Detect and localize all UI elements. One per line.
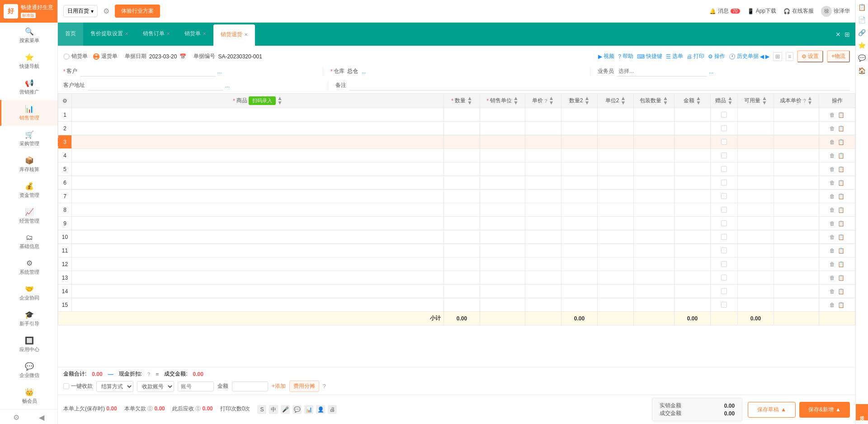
product-cell[interactable] (72, 203, 444, 217)
s-icon-5[interactable]: 📊 (304, 405, 313, 414)
unit2-cell[interactable] (598, 298, 634, 312)
gift-cell[interactable] (711, 271, 738, 285)
copy-row-icon[interactable]: 📋 (838, 248, 844, 254)
qty-cell[interactable] (444, 230, 480, 244)
close-sales-return-icon[interactable]: ✕ (244, 32, 248, 37)
delete-row-icon[interactable]: 🗑 (830, 207, 835, 213)
unit2-cell[interactable] (598, 285, 634, 298)
trial-btn[interactable]: 体验行业方案 (115, 5, 160, 18)
cost-cell[interactable] (774, 108, 819, 122)
sidebar-item-apps[interactable]: 🔲 应用中心 (0, 332, 57, 357)
delete-row-icon[interactable]: 🗑 (830, 193, 835, 200)
pack-qty-cell[interactable] (634, 244, 675, 257)
product-cell[interactable] (72, 122, 444, 135)
product-cell[interactable] (72, 176, 444, 190)
s-icon-4[interactable]: 💬 (292, 405, 302, 414)
price-cell[interactable] (525, 135, 561, 149)
feedback-btn[interactable]: 反馈 (856, 404, 868, 420)
qty-cell[interactable] (444, 298, 480, 312)
cost-cell[interactable] (774, 230, 819, 244)
delete-row-icon[interactable]: 🗑 (830, 302, 835, 308)
table-gear-icon[interactable]: ⚙ (62, 98, 67, 104)
copy-row-icon[interactable]: 📋 (838, 180, 844, 186)
pack-qty-cell[interactable] (634, 135, 675, 149)
amount-cell[interactable] (675, 190, 711, 203)
available-cell[interactable] (738, 244, 774, 257)
qty-cell[interactable] (444, 176, 480, 190)
unit-cell[interactable] (480, 244, 525, 257)
amount-cell[interactable] (675, 271, 711, 285)
pack-qty-cell[interactable] (634, 108, 675, 122)
address-picker-icon[interactable]: ... (225, 82, 230, 89)
cost-cell[interactable] (774, 176, 819, 190)
logistics-btn[interactable]: +物流 (827, 50, 850, 62)
unit-cell[interactable] (480, 176, 525, 190)
price-cell[interactable] (525, 271, 561, 285)
close-sales-delivery-icon[interactable]: ✕ (203, 31, 206, 36)
available-cell[interactable] (738, 285, 774, 298)
rs-icon-3[interactable]: 🔗 (858, 29, 866, 36)
user-menu[interactable]: 徐 徐泽华 (821, 6, 850, 17)
available-cell[interactable] (738, 217, 774, 230)
unit-cell[interactable] (480, 162, 525, 176)
gift-cell[interactable] (711, 230, 738, 244)
copy-row-icon[interactable]: 📋 (838, 207, 844, 213)
account-select[interactable]: 收款账号 (137, 381, 174, 392)
history-link[interactable]: 🕐 历史单据 ◀ ▶ (729, 52, 769, 60)
cost-cell[interactable] (774, 122, 819, 135)
amount-cell[interactable] (675, 176, 711, 190)
cost-cell[interactable] (774, 285, 819, 298)
qty-cell[interactable] (444, 149, 480, 162)
qty-cell[interactable] (444, 190, 480, 203)
available-cell[interactable] (738, 176, 774, 190)
price-cell[interactable] (525, 162, 561, 176)
copy-row-icon[interactable]: 📋 (838, 220, 844, 227)
print-link[interactable]: 🖨 打印 (687, 52, 704, 60)
view-grid-icon[interactable]: ⊞ (773, 52, 782, 61)
delete-row-icon[interactable]: 🗑 (830, 112, 835, 118)
s-icon-1[interactable]: S (257, 405, 266, 414)
copy-row-icon[interactable]: 📋 (838, 139, 844, 145)
qty2-cell[interactable] (561, 244, 598, 257)
gift-cell[interactable] (711, 122, 738, 135)
scan-btn[interactable]: 扫码录入 (249, 96, 276, 105)
close-window-icon[interactable]: ✕ (835, 31, 841, 38)
available-cell[interactable] (738, 271, 774, 285)
gift-cell[interactable] (711, 285, 738, 298)
cost-cell[interactable] (774, 135, 819, 149)
qty-cell[interactable] (444, 162, 480, 176)
product-cell[interactable] (72, 108, 444, 122)
sidebar-item-guide[interactable]: 🎓 新手引导 (0, 306, 57, 332)
amount-cell[interactable] (675, 122, 711, 135)
product-cell[interactable] (72, 271, 444, 285)
qty-cell[interactable] (444, 217, 480, 230)
customer-picker-icon[interactable]: ... (217, 68, 222, 75)
pack-qty-cell[interactable] (634, 149, 675, 162)
delete-row-icon[interactable]: 🗑 (830, 261, 835, 267)
unit-cell[interactable] (480, 230, 525, 244)
qty2-cell[interactable] (561, 122, 598, 135)
copy-row-icon[interactable]: 📋 (838, 112, 844, 118)
qty2-cell[interactable] (561, 257, 598, 271)
sidebar-item-operations[interactable]: 📈 经营管理 (0, 203, 57, 229)
amount-cell[interactable] (675, 135, 711, 149)
cost-cell[interactable] (774, 162, 819, 176)
unit2-cell[interactable] (598, 149, 634, 162)
amount-cell[interactable] (675, 149, 711, 162)
unit-cell[interactable] (480, 190, 525, 203)
tab-sales-delivery[interactable]: 销货单 ✕ (177, 23, 213, 46)
cost-cell[interactable] (774, 149, 819, 162)
topbar-gear-icon[interactable]: ⚙ (103, 7, 109, 15)
cost-cell[interactable] (774, 271, 819, 285)
sidebar-item-member[interactable]: 👑 畅会员 (0, 383, 57, 409)
product-cell[interactable] (72, 217, 444, 230)
copy-row-icon[interactable]: 📋 (838, 261, 844, 267)
tab-sales-order[interactable]: 销售订单 ✕ (136, 23, 177, 46)
sidebar-item-system[interactable]: ⚙ 系统管理 (0, 254, 57, 280)
maximize-icon[interactable]: ⊞ (844, 31, 850, 38)
radio-return[interactable]: 退货单 (93, 52, 118, 60)
available-cell[interactable] (738, 190, 774, 203)
shortcut-link[interactable]: ⌨ 快捷键 (637, 52, 662, 60)
qty2-cell[interactable] (561, 298, 598, 312)
copy-row-icon[interactable]: 📋 (838, 288, 844, 295)
